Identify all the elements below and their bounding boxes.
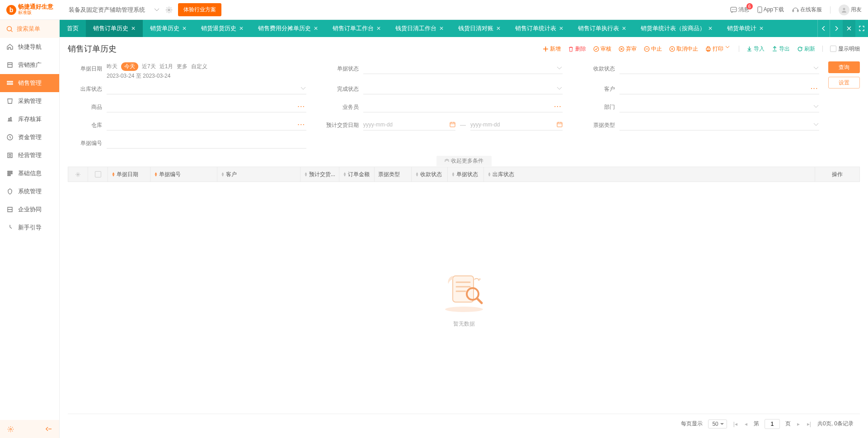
stop-button[interactable]: 中止 [644,45,662,53]
close-icon[interactable]: ✕ [559,25,563,32]
expect-date-to[interactable]: yyyy-mm-dd [470,119,563,130]
sidebar-item-4[interactable]: 库存核算 [0,110,59,128]
col-customer[interactable]: ▲▼客户 [217,167,300,182]
abandon-audit-button[interactable]: 弃审 [619,45,637,53]
page-size-select[interactable]: 50 [708,419,727,429]
date-chip-2[interactable]: 近7天 [142,63,156,70]
date-chip-5[interactable]: 自定义 [191,63,207,70]
dept-select[interactable] [619,101,819,112]
page-prev[interactable]: ◂ [744,421,748,427]
tab-7[interactable]: 销售订单统计表✕ [508,20,571,37]
sidebar-search[interactable]: 搜索菜单 [0,20,59,38]
sidebar-settings-button[interactable] [7,426,14,433]
collapse-filters-button[interactable]: 收起更多条件 [436,156,492,166]
col-bill-date[interactable]: ▲▼单据日期 [108,167,150,182]
delete-button[interactable]: 删除 [568,45,586,53]
page-first[interactable]: |◂ [732,421,738,427]
message-button[interactable]: 消息 6 [730,6,749,14]
col-pay-status[interactable]: ▲▼收款状态 [412,167,448,182]
col-ticket-type[interactable]: 票据类型 [375,167,412,182]
page-input[interactable] [765,419,780,429]
top-bar: b 畅捷通好生意 标准版 装备及固定资产辅助管理系统 体验行业方案 消息 6 A… [0,0,868,20]
table-select-all[interactable] [88,167,108,182]
table-settings-col[interactable] [68,167,88,182]
close-icon[interactable]: ✕ [131,25,136,32]
tab-9[interactable]: 销货单统计表（按商品）✕ [633,20,720,37]
sidebar-collapse-button[interactable] [45,426,52,432]
export-button[interactable]: 导出 [772,45,790,53]
tab-6[interactable]: 钱货日清对账✕ [451,20,508,37]
tab-10[interactable]: 销货单统计✕ [720,20,771,37]
tab-scroll-right[interactable] [830,20,843,37]
tab-3[interactable]: 销售费用分摊单历史✕ [251,20,325,37]
sidebar-item-0[interactable]: 快捷导航 [0,38,59,56]
page-last[interactable]: ▸| [806,421,812,427]
col-bill-status[interactable]: ▲▼单据状态 [448,167,484,182]
tab-2[interactable]: 销货退货历史✕ [194,20,251,37]
close-icon[interactable]: ✕ [314,25,318,32]
tab-0[interactable]: 销售订单历史✕ [86,20,143,37]
tab-1[interactable]: 销货单历史✕ [143,20,194,37]
close-icon[interactable]: ✕ [439,25,444,32]
ticket-type-select[interactable] [619,119,819,130]
tab-fullscreen[interactable] [855,20,868,37]
col-amount[interactable]: ▲▼订单金额 [339,167,375,182]
out-status-select[interactable] [107,83,306,94]
col-out-status[interactable]: ▲▼出库状态 [484,167,815,182]
date-chip-1[interactable]: 今天 [121,62,138,71]
close-icon[interactable]: ✕ [496,25,501,32]
app-download-button[interactable]: App下载 [757,6,784,14]
done-status-select[interactable] [363,83,563,94]
sidebar-item-1[interactable]: 营销推广 [0,56,59,74]
close-icon[interactable]: ✕ [622,25,626,32]
online-service-button[interactable]: 在线客服 [792,6,822,14]
tab-home[interactable]: 首页 [60,20,86,37]
tab-8[interactable]: 销售订单执行表✕ [571,20,633,37]
sidebar-item-10[interactable]: 新手引导 [0,219,59,237]
close-icon[interactable]: ✕ [182,25,187,32]
date-chip-0[interactable]: 昨天 [107,63,117,70]
refresh-button[interactable]: 刷新 [797,45,815,53]
sidebar-item-8[interactable]: 系统管理 [0,182,59,200]
import-button[interactable]: 导入 [746,45,765,53]
sidebar-item-3[interactable]: 采购管理 [0,92,59,110]
system-selector[interactable]: 装备及固定资产辅助管理系统 [69,6,159,14]
unstop-button[interactable]: 取消中止 [669,45,698,53]
bill-no-input[interactable] [107,137,306,149]
audit-button[interactable]: 审核 [593,45,611,53]
sidebar-item-9[interactable]: 企业协同 [0,200,59,219]
sidebar-item-6[interactable]: 经营管理 [0,146,59,164]
tab-5[interactable]: 钱货日清工作台✕ [388,20,451,37]
bill-status-select[interactable] [363,62,563,74]
col-expect-date[interactable]: ▲▼预计交货... [300,167,339,182]
user-menu[interactable]: 用友 [839,5,862,15]
query-button[interactable]: 查询 [828,61,860,73]
system-settings-button[interactable] [165,6,173,14]
page-next[interactable]: ▸ [796,421,801,427]
tab-scroll-left[interactable] [817,20,830,37]
sidebar-item-7[interactable]: 基础信息 [0,164,59,182]
product-picker[interactable]: ··· [107,101,306,112]
tab-close-all[interactable] [843,20,855,37]
warehouse-picker[interactable]: ··· [107,119,306,130]
close-icon[interactable]: ✕ [376,25,381,32]
print-button[interactable]: 打印 [705,45,732,53]
industry-plan-button[interactable]: 体验行业方案 [178,3,221,16]
close-icon[interactable]: ✕ [759,25,764,32]
sidebar-item-2[interactable]: 销售管理 [0,74,59,92]
filter-settings-button[interactable]: 设置 [828,77,860,89]
close-icon[interactable]: ✕ [708,25,713,32]
close-icon[interactable]: ✕ [239,25,244,32]
col-bill-no[interactable]: ▲▼单据编号 [150,167,217,182]
salesman-picker[interactable]: ··· [363,101,563,112]
expect-date-from[interactable]: yyyy-mm-dd [363,119,455,130]
pay-status-select[interactable] [619,62,819,74]
show-detail-checkbox[interactable]: 显示明细 [830,45,860,53]
pagination: 每页显示 50 |◂ ◂ 第 页 ▸ ▸| 共0页, 0条记录 [68,414,860,433]
date-chip-4[interactable]: 更多 [177,63,188,70]
customer-picker[interactable]: ··· [619,83,819,94]
add-button[interactable]: 新增 [543,45,561,53]
tab-4[interactable]: 销售订单工作台✕ [325,20,388,37]
sidebar-item-5[interactable]: 资金管理 [0,128,59,146]
date-chip-3[interactable]: 近1月 [160,63,174,70]
